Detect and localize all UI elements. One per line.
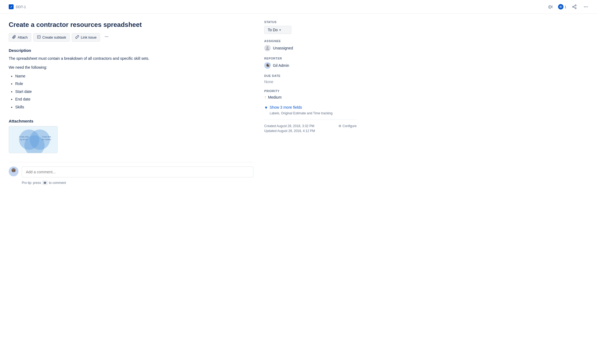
- show-more-label: Show 3 more fields: [270, 105, 302, 109]
- configure-label: Configure: [342, 124, 357, 128]
- assignee-row[interactable]: Unassigned: [264, 45, 357, 51]
- status-label: STATUS: [264, 20, 357, 24]
- description-heading: Description: [9, 48, 253, 53]
- create-subtask-button[interactable]: Create subtask: [33, 33, 70, 42]
- attach-icon: [12, 35, 16, 40]
- description-section: Description The spreadsheet must contain…: [9, 48, 253, 110]
- attachments-heading: Attachments: [9, 119, 253, 123]
- assignee-value: Unassigned: [273, 46, 293, 50]
- description-list: Name Role Start date End date Skills: [9, 73, 253, 110]
- svg-point-27: [12, 168, 15, 172]
- svg-text:Foods sold: Foods sold: [19, 136, 29, 138]
- svg-point-1: [560, 6, 561, 7]
- description-para1: The spreadsheet must contain a breakdown…: [9, 55, 253, 61]
- subtask-icon: [37, 35, 41, 40]
- svg-point-3: [572, 6, 574, 8]
- link-issue-button[interactable]: Link issue: [72, 33, 100, 42]
- reporter-row[interactable]: Gil Admin: [264, 62, 357, 69]
- assignee-label: ASSIGNEE: [264, 39, 357, 43]
- svg-point-8: [585, 7, 586, 7]
- list-item: Skills: [15, 104, 253, 110]
- svg-text:are cookies: are cookies: [42, 139, 51, 140]
- assignee-avatar: [264, 45, 271, 51]
- issue-id: DDT-1: [16, 5, 26, 9]
- svg-point-15: [107, 36, 108, 37]
- reporter-section: REPORTER Gil Admin: [264, 57, 357, 69]
- list-item: Start date: [15, 89, 253, 95]
- svg-point-9: [587, 7, 588, 7]
- list-item: Role: [15, 81, 253, 87]
- comment-area: [9, 167, 253, 177]
- assignee-section: ASSIGNEE Unassigned: [264, 39, 357, 51]
- link-icon: [75, 35, 79, 40]
- svg-point-4: [575, 8, 576, 9]
- svg-point-30: [267, 46, 269, 48]
- issue-title: Create a contractor resources spreadshee…: [9, 20, 253, 29]
- more-actions-button[interactable]: [102, 33, 111, 41]
- watch-icon: [558, 4, 563, 10]
- svg-point-14: [106, 36, 107, 37]
- list-item: Name: [15, 73, 253, 79]
- svg-text:by Acme: by Acme: [20, 139, 27, 141]
- reporter-avatar: [264, 62, 271, 69]
- priority-section: PRIORITY ↑ Medium: [264, 89, 357, 100]
- svg-point-13: [105, 36, 106, 37]
- due-date-label: DUE DATE: [264, 74, 357, 77]
- share-button[interactable]: [571, 3, 578, 10]
- status-dropdown[interactable]: To Do ▼: [264, 26, 291, 34]
- issue-type-icon: [9, 4, 14, 9]
- reporter-value: Gil Admin: [273, 63, 289, 68]
- gear-icon: ⚙: [338, 124, 341, 128]
- priority-arrow-icon: ↑: [264, 95, 266, 100]
- svg-point-28: [12, 170, 13, 171]
- current-user-avatar: [9, 167, 18, 176]
- show-more-fields[interactable]: ▼ Show 3 more fields: [264, 105, 357, 110]
- keyboard-shortcut-badge: M: [42, 181, 48, 185]
- action-bar: Attach Create subtask: [9, 33, 253, 42]
- description-para2: We need the following:: [9, 64, 253, 70]
- status-value: To Do: [268, 28, 278, 32]
- created-meta: Created August 28, 2018, 3:32 PM: [264, 124, 315, 128]
- reporter-label: REPORTER: [264, 57, 357, 60]
- updated-meta: Updated August 28, 2018, 4:12 PM: [264, 129, 315, 133]
- link-label: Link issue: [81, 35, 96, 39]
- attachments-section: Attachments Foods sold by Acme Foods tha…: [9, 119, 253, 153]
- chevron-down-icon: ▼: [279, 29, 282, 32]
- priority-row[interactable]: ↑ Medium: [264, 95, 357, 100]
- svg-text:Foods that: Foods that: [42, 136, 51, 138]
- chevron-down-icon: ▼: [264, 105, 268, 110]
- svg-point-33: [267, 65, 268, 66]
- pro-tip: Pro tip: press M to comment: [9, 181, 253, 185]
- priority-label: PRIORITY: [264, 89, 357, 93]
- sidebar-divider: [264, 120, 357, 120]
- svg-point-7: [584, 7, 585, 7]
- svg-line-5: [574, 7, 575, 8]
- watch-button[interactable]: 1: [558, 4, 566, 10]
- show-more-subtext: Labels, Original Estimate and Time track…: [270, 111, 357, 115]
- list-item: End date: [15, 96, 253, 102]
- meta-footer: Created August 28, 2018, 3:32 PM Updated…: [264, 124, 357, 134]
- configure-link[interactable]: ⚙ Configure: [338, 124, 357, 128]
- comment-input[interactable]: [22, 167, 253, 177]
- subtask-label: Create subtask: [42, 35, 66, 39]
- svg-point-29: [14, 170, 15, 171]
- status-section: STATUS To Do ▼: [264, 20, 357, 34]
- svg-point-2: [575, 5, 576, 6]
- svg-line-6: [574, 6, 575, 7]
- watch-count: 1: [565, 5, 566, 9]
- attach-label: Attach: [18, 35, 28, 39]
- due-date-value: None: [264, 80, 273, 84]
- due-date-section: DUE DATE None: [264, 74, 357, 84]
- megaphone-button[interactable]: [547, 3, 554, 10]
- attachment-thumbnail[interactable]: Foods sold by Acme Foods that are cookie…: [9, 126, 58, 153]
- more-options-button[interactable]: [582, 3, 589, 10]
- attach-button[interactable]: Attach: [9, 33, 31, 42]
- priority-value: Medium: [268, 95, 282, 99]
